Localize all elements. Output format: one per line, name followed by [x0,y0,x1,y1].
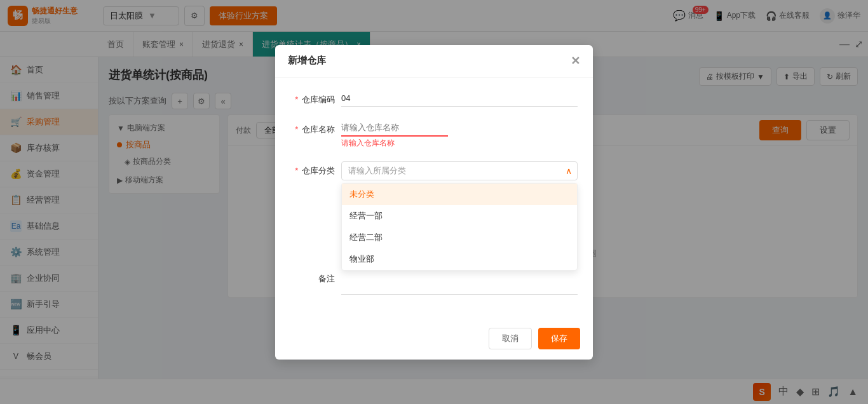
name-input[interactable] [341,119,448,137]
option-dept2[interactable]: 经营二部 [342,227,577,248]
category-dropdown-trigger[interactable]: 请输入所属分类 ∧ [341,161,578,180]
category-dropdown-list: 未分类 经营一部 经营二部 物业部 [341,183,578,271]
option-dept1[interactable]: 经营一部 [342,205,577,227]
note-textarea[interactable] [341,269,578,295]
name-error-message: 请输入仓库名称 [341,138,395,149]
add-warehouse-modal: 新增仓库 ✕ * 仓库编码 * 仓库名称 [275,45,593,360]
code-label: * 仓库编码 [290,90,341,105]
cancel-button[interactable]: 取消 [489,328,532,349]
option-property[interactable]: 物业部 [342,248,577,270]
modal-overlay[interactable]: 新增仓库 ✕ * 仓库编码 * 仓库名称 [0,0,868,404]
form-row-note: 备注 [290,269,578,295]
form-row-code: * 仓库编码 [290,90,578,107]
modal-body: * 仓库编码 * 仓库名称 请输入仓库名称 [275,77,593,320]
name-label: * 仓库名称 [290,120,341,135]
note-label: 备注 [290,269,341,285]
code-input[interactable] [341,90,578,107]
dropdown-arrow-icon: ∧ [566,166,572,176]
option-unclassified[interactable]: 未分类 [342,184,577,205]
modal-header: 新增仓库 ✕ [275,45,593,77]
form-row-name: * 仓库名称 请输入仓库名称 [290,119,578,149]
modal-footer: 取消 保存 [275,320,593,360]
category-input-wrap: 请输入所属分类 ∧ 未分类 经营一部 经营二部 物业部 [341,161,578,180]
form-row-category: * 仓库分类 请输入所属分类 ∧ 未分类 经营一部 经营二部 物业部 [290,161,578,180]
modal-close-button[interactable]: ✕ [571,54,580,68]
save-button[interactable]: 保存 [538,328,580,349]
modal-title: 新增仓库 [288,55,326,67]
category-label: * 仓库分类 [290,161,341,177]
